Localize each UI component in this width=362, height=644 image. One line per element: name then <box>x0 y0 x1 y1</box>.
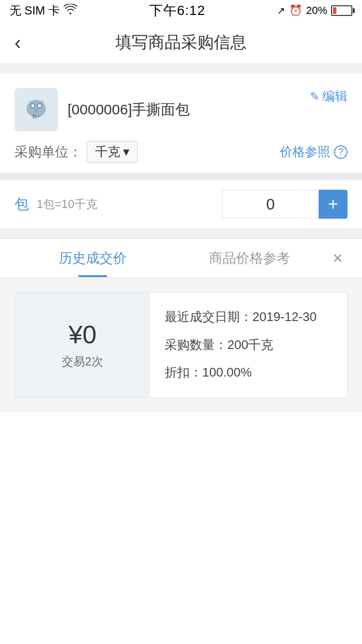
svg-point-4 <box>38 104 41 107</box>
battery-percent: 20% <box>306 4 327 17</box>
edit-icon: ✎ <box>310 90 320 103</box>
product-header: 数+ [0000006]手撕面包 ✎ 编辑 <box>14 88 348 131</box>
unit-value: 千克 <box>95 143 120 160</box>
svg-point-3 <box>31 104 34 107</box>
location-icon: ↗ <box>277 5 285 16</box>
price-right-panel: 最近成交日期：2019-12-30 采购数量：200千克 折扣：100.00% <box>150 293 347 397</box>
bottom-area <box>0 412 362 644</box>
dropdown-icon: ▾ <box>123 144 129 159</box>
product-thumbnail: 数+ <box>14 88 58 131</box>
recent-date-value: 2019-12-30 <box>252 309 317 324</box>
tabs-header: 历史成交价 商品价格参考 × <box>0 239 362 278</box>
tab2-label: 商品价格参考 <box>209 249 290 267</box>
quantity-detail-label: 采购数量： <box>165 337 227 352</box>
tabs-close-button[interactable]: × <box>328 243 348 273</box>
alarm-icon: ⏰ <box>289 4 302 17</box>
product-section: 数+ [0000006]手撕面包 ✎ 编辑 采购单位： 千克 ▾ 价格参照 ? <box>0 73 362 172</box>
recent-date-label: 最近成交日期： <box>165 309 252 324</box>
status-left: 无 SIM 卡 <box>10 3 77 18</box>
quantity-section: 包 1包=10千克 + <box>0 180 362 228</box>
page-title: 填写商品采购信息 <box>115 31 247 54</box>
product-left: 数+ [0000006]手撕面包 <box>14 88 190 131</box>
tabs-section: 历史成交价 商品价格参考 × ¥0 交易2次 最近成交日期：2019-12-30… <box>0 238 362 412</box>
quantity-plus-button[interactable]: + <box>319 190 348 219</box>
price-ref-icon: ? <box>334 145 348 159</box>
discount-label: 折扣： <box>165 365 202 379</box>
currency-symbol: ¥ <box>69 321 83 349</box>
price-ref-label: 价格参照 <box>280 143 330 160</box>
quantity-input[interactable] <box>222 190 319 219</box>
price-amount: ¥0 <box>69 320 97 349</box>
discount-value: 100.00% <box>202 365 252 379</box>
section-divider <box>0 172 362 180</box>
svg-point-5 <box>33 109 39 112</box>
tab-product-price-ref[interactable]: 商品价格参考 <box>171 239 327 277</box>
price-recent-date: 最近成交日期：2019-12-30 <box>165 307 333 327</box>
price-quantity: 采购数量：200千克 <box>165 335 333 355</box>
tab-history-price[interactable]: 历史成交价 <box>14 239 171 277</box>
price-transactions: 交易2次 <box>62 354 103 369</box>
nav-bar: ‹ 填写商品采购信息 <box>0 21 362 64</box>
quantity-label: 包 1包=10千克 <box>14 195 97 214</box>
edit-label: 编辑 <box>322 88 348 105</box>
price-ref-link[interactable]: 价格参照 ? <box>280 143 348 160</box>
product-name: [0000006]手撕面包 <box>68 100 190 120</box>
status-bar: 无 SIM 卡 下午6:12 ↗ ⏰ 20% <box>0 0 362 21</box>
price-discount: 折扣：100.00% <box>165 363 333 383</box>
wifi-icon <box>64 4 77 17</box>
quantity-input-row: + <box>222 190 348 219</box>
price-card: ¥0 交易2次 最近成交日期：2019-12-30 采购数量：200千克 折扣：… <box>14 292 348 398</box>
carrier-text: 无 SIM 卡 <box>10 3 60 18</box>
product-unit-row: 采购单位： 千克 ▾ 价格参照 ? <box>14 141 348 163</box>
unit-left: 采购单位： 千克 ▾ <box>14 141 138 163</box>
unit-select-dropdown[interactable]: 千克 ▾ <box>87 141 138 163</box>
quantity-detail-value: 200千克 <box>227 337 273 352</box>
status-time: 下午6:12 <box>149 1 206 20</box>
bag-conversion: 1包=10千克 <box>37 196 97 212</box>
edit-button[interactable]: ✎ 编辑 <box>310 88 348 105</box>
battery-icon <box>331 5 352 16</box>
tab1-label: 历史成交价 <box>59 249 126 267</box>
unit-label: 采购单位： <box>14 143 82 161</box>
product-logo: 数+ <box>22 93 51 126</box>
back-button[interactable]: ‹ <box>14 33 21 52</box>
price-value: 0 <box>83 321 97 349</box>
status-right: ↗ ⏰ 20% <box>277 4 352 17</box>
price-left-panel: ¥0 交易2次 <box>15 293 150 397</box>
bag-unit: 包 <box>14 195 29 214</box>
svg-text:数+: 数+ <box>32 114 40 119</box>
price-card-area: ¥0 交易2次 最近成交日期：2019-12-30 采购数量：200千克 折扣：… <box>0 278 362 412</box>
